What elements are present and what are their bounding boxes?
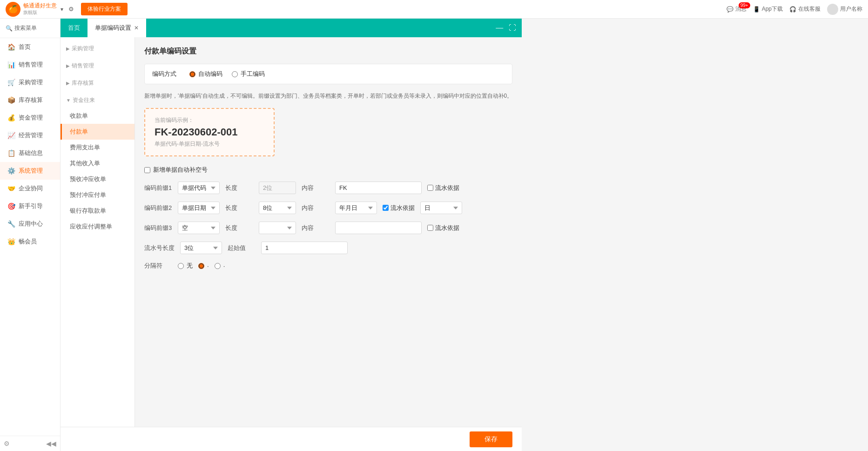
arrow-right-icon-3: ▶ bbox=[66, 81, 70, 86]
online-service-item[interactable]: 🎧 在线客服 bbox=[789, 5, 821, 13]
sub-nav-item-adjustment[interactable]: 应收应付调整单 bbox=[61, 219, 135, 235]
content-label-1: 内容 bbox=[302, 184, 330, 192]
maximize-icon[interactable]: ⛶ bbox=[507, 22, 518, 34]
auto-code-radio[interactable]: 自动编码 bbox=[189, 70, 222, 78]
member-icon: 👑 bbox=[7, 238, 15, 245]
user-item[interactable]: 用户名称 bbox=[827, 4, 862, 15]
footer-bar: 保存 bbox=[61, 427, 522, 451]
sidebar-item-member[interactable]: 👑 畅会员 bbox=[0, 233, 60, 250]
app-center-icon: 🔧 bbox=[7, 220, 15, 228]
start-value-input[interactable] bbox=[261, 242, 348, 254]
nav-dropdown[interactable]: ▾ bbox=[61, 6, 63, 13]
sub-nav-group-finance: ▼ 资金往来 收款单 付款单 费用支出单 其他收入单 预收冲应收单 预付冲应付单… bbox=[61, 93, 135, 235]
serial-length-label: 流水号长度 bbox=[144, 244, 175, 252]
tab-close-icon[interactable]: ✕ bbox=[134, 25, 139, 31]
sub-nav-group-sales-title[interactable]: ▶ 销售管理 bbox=[61, 58, 135, 74]
message-icon: 💬 bbox=[727, 6, 733, 13]
sub-nav-group-inventory-title[interactable]: ▶ 库存核算 bbox=[61, 75, 135, 91]
sep-none-radio[interactable]: 无 bbox=[178, 262, 193, 270]
service-icon: 🎧 bbox=[789, 6, 796, 13]
length-select-2[interactable]: 8位 bbox=[259, 202, 296, 214]
sidebar-search[interactable]: 🔍 搜索菜单 bbox=[0, 19, 60, 38]
topbar-left: 🍊 畅通通好生意 旗舰版 ▾ ⚙ 体验行业方案 bbox=[6, 2, 128, 17]
prefix-label-3: 编码前缀3 bbox=[144, 224, 172, 232]
length-label-2: 长度 bbox=[225, 204, 253, 212]
sub-nav-item-bank[interactable]: 银行存取款单 bbox=[61, 203, 135, 219]
auto-fill-checkbox[interactable] bbox=[144, 167, 150, 173]
sidebar-item-basic-info[interactable]: 📋 基础信息 bbox=[0, 144, 60, 162]
sidebar-item-purchase[interactable]: 🛒 采购管理 bbox=[0, 74, 60, 91]
tab-home[interactable]: 首页 bbox=[61, 19, 87, 37]
separator-row: 分隔符 无 · · bbox=[144, 262, 512, 270]
sidebar-item-home[interactable]: 🏠 首页 bbox=[0, 38, 60, 56]
sidebar: 🔍 搜索菜单 🏠 首页 📊 销售管理 🛒 采购管理 📦 库存核算 💰 资金管理 … bbox=[0, 19, 61, 451]
home-icon: 🏠 bbox=[7, 43, 15, 51]
sub-nav-item-expense[interactable]: 费用支出单 bbox=[61, 140, 135, 155]
finance-icon: 💰 bbox=[7, 114, 15, 121]
arrow-right-icon: ▶ bbox=[66, 46, 70, 51]
sub-nav-item-prepaid-offset[interactable]: 预付冲应付单 bbox=[61, 187, 135, 203]
enterprise-icon: 🤝 bbox=[7, 185, 15, 192]
serial-checkbox-2[interactable]: 流水依据 bbox=[383, 204, 415, 212]
code-preview-value: FK-20230602-001 bbox=[155, 126, 264, 138]
app-download-item[interactable]: 📱 App下载 bbox=[753, 5, 783, 13]
tab-encoding-settings[interactable]: 单据编码设置 ✕ bbox=[87, 19, 146, 37]
sidebar-item-enterprise[interactable]: 🤝 企业协同 bbox=[0, 180, 60, 197]
prefix-select-1[interactable]: 单据代码 bbox=[178, 182, 220, 194]
code-preview-sub: 单据代码-单据日期-流水号 bbox=[155, 140, 264, 148]
sidebar-item-system[interactable]: ⚙️ 系统管理 bbox=[0, 162, 60, 180]
nav-tabs: 首页 单据编码设置 ✕ — ⛶ bbox=[61, 19, 522, 37]
prefix-row-3: 编码前缀3 空 长度 内容 流水依据 bbox=[144, 222, 512, 234]
full-content: 首页 单据编码设置 ✕ — ⛶ ▶ 采购管理 bbox=[61, 19, 522, 451]
length-label-3: 长度 bbox=[225, 224, 253, 232]
sub-nav-group-purchase-title[interactable]: ▶ 采购管理 bbox=[61, 41, 135, 56]
encoding-method-section: 编码方式 自动编码 手工编码 bbox=[144, 64, 512, 84]
settings-icon[interactable]: ⚙ bbox=[65, 3, 77, 15]
sidebar-bottom: ⚙ ◀◀ bbox=[0, 436, 60, 451]
settings-bottom-icon[interactable]: ⚙ bbox=[4, 440, 10, 447]
encoding-label: 编码方式 bbox=[152, 70, 176, 78]
content-input-3[interactable] bbox=[335, 222, 422, 234]
length-select-3[interactable] bbox=[259, 222, 296, 234]
save-button[interactable]: 保存 bbox=[470, 431, 512, 447]
brand-icon: 🍊 bbox=[6, 2, 20, 17]
sub-nav-item-receipt[interactable]: 收款单 bbox=[61, 108, 135, 124]
sidebar-item-operations[interactable]: 📈 经营管理 bbox=[0, 127, 60, 144]
content-input-1[interactable] bbox=[335, 182, 422, 194]
serial-unit-select-2[interactable]: 日 bbox=[420, 202, 462, 214]
sales-icon: 📊 bbox=[7, 61, 15, 68]
sidebar-item-guide[interactable]: 🎯 新手引导 bbox=[0, 197, 60, 215]
sidebar-item-inventory[interactable]: 📦 库存核算 bbox=[0, 91, 60, 109]
info-text: 新增单据时，'单据编码'自动生成，不可编辑。前缀设置为部门、业务员等档案类，开单… bbox=[144, 92, 512, 101]
auto-fill-row: 新增单据自动补空号 bbox=[144, 166, 512, 174]
collapse-icon[interactable]: ◀◀ bbox=[46, 440, 56, 447]
operations-icon: 📈 bbox=[7, 132, 15, 139]
serial-checkbox-1[interactable]: 流水依据 bbox=[427, 184, 459, 192]
serial-checkbox-3[interactable]: 流水依据 bbox=[427, 224, 459, 232]
arrow-right-icon-2: ▶ bbox=[66, 63, 70, 68]
sub-nav-item-payment[interactable]: 付款单 bbox=[61, 124, 135, 140]
sep-dot2-radio[interactable]: · bbox=[215, 263, 225, 269]
message-item[interactable]: 💬 消息 99+ bbox=[727, 5, 747, 13]
prefix-select-3[interactable]: 空 bbox=[178, 222, 220, 234]
sep-dot-radio[interactable]: · bbox=[198, 263, 209, 269]
sub-nav-group-sales: ▶ 销售管理 bbox=[61, 58, 135, 74]
manual-code-radio[interactable]: 手工编码 bbox=[232, 70, 265, 78]
sidebar-item-app-center[interactable]: 🔧 应用中心 bbox=[0, 215, 60, 233]
minimize-icon[interactable]: — bbox=[494, 22, 505, 34]
prefix-select-2[interactable]: 单据日期 bbox=[178, 202, 220, 214]
auto-fill-label: 新增单据自动补空号 bbox=[153, 166, 208, 174]
sidebar-item-sales[interactable]: 📊 销售管理 bbox=[0, 56, 60, 74]
main-panel: 付款单编码设置 编码方式 自动编码 手工编码 bbox=[135, 37, 522, 427]
search-menu-button[interactable]: 🔍 搜索菜单 bbox=[4, 22, 56, 34]
sub-nav-item-other-income[interactable]: 其他收入单 bbox=[61, 155, 135, 171]
purchase-icon: 🛒 bbox=[7, 79, 15, 86]
trial-button[interactable]: 体验行业方案 bbox=[81, 3, 128, 15]
sub-nav-item-prepay-offset[interactable]: 预收冲应收单 bbox=[61, 171, 135, 187]
sidebar-item-finance[interactable]: 💰 资金管理 bbox=[0, 109, 60, 127]
guide-icon: 🎯 bbox=[7, 202, 15, 210]
sub-nav-group-purchase: ▶ 采购管理 bbox=[61, 41, 135, 56]
serial-length-select[interactable]: 3位 bbox=[180, 242, 222, 254]
sub-nav-group-finance-title[interactable]: ▼ 资金往来 bbox=[61, 93, 135, 108]
content-select-2[interactable]: 年月日 bbox=[335, 202, 377, 214]
